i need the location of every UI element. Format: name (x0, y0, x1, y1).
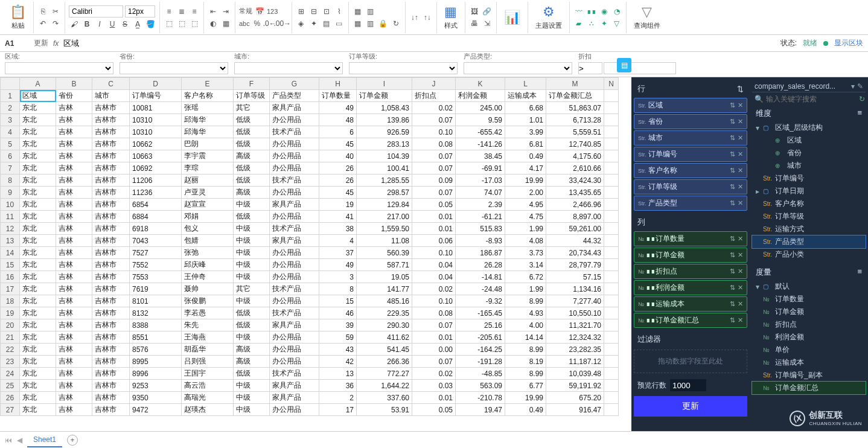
cell[interactable]: 563.09 (456, 380, 505, 392)
col-header[interactable]: I (357, 78, 412, 90)
cell[interactable]: 办公用品 (270, 344, 319, 356)
cell[interactable]: 家具产品 (270, 235, 319, 247)
indent-inc-icon[interactable]: ⇥ (220, 6, 231, 17)
brush-icon[interactable]: 🖌 (69, 19, 80, 30)
row-pill[interactable]: Str. 订单等级⇅✕ (634, 179, 747, 194)
cell[interactable]: 低级 (234, 138, 270, 150)
insert-row-icon[interactable]: ▦ (353, 6, 363, 17)
measure-item[interactable]: №运输成本 (752, 356, 866, 369)
cell[interactable]: 吉林市 (92, 187, 130, 199)
cell[interactable]: 49 (319, 259, 357, 271)
font-color-icon[interactable]: A̲ (132, 19, 143, 30)
cell[interactable]: 1,285.55 (357, 174, 412, 187)
cell[interactable]: 办公用品 (270, 295, 319, 307)
cell[interactable]: 139.86 (357, 114, 412, 126)
cell[interactable]: 李若愚 (182, 307, 234, 319)
lock-icon[interactable]: 🔒 (378, 18, 389, 29)
cell[interactable]: 吉林 (56, 174, 92, 187)
dim-item[interactable]: Str.产品小类 (752, 248, 866, 261)
cell[interactable] (604, 114, 619, 126)
cell[interactable]: 吉林市 (92, 392, 130, 404)
cell[interactable]: 王海燕 (182, 331, 234, 344)
row-header[interactable]: 18 (1, 295, 20, 307)
cell[interactable]: 低级 (234, 307, 270, 319)
cell[interactable]: 337.60 (357, 392, 412, 404)
cell[interactable]: 吉林 (56, 344, 92, 356)
cell[interactable]: 张俊鹏 (182, 295, 234, 307)
cell[interactable]: 6,713.28 (546, 114, 604, 126)
cell[interactable]: 吉林市 (92, 199, 130, 211)
cell[interactable]: 吉林市 (92, 162, 130, 174)
cell[interactable]: 20,734.43 (546, 247, 604, 259)
cell[interactable]: 中级 (234, 271, 270, 283)
merge-icon[interactable]: ⊞ (296, 6, 307, 17)
header-cell[interactable]: 订单等级 (234, 90, 270, 102)
sort-icon[interactable]: ⇅ (730, 235, 735, 243)
cell[interactable]: 59,261.00 (546, 223, 604, 235)
cell[interactable]: 4.08 (505, 235, 546, 247)
cell[interactable]: 38.45 (456, 150, 505, 162)
cell[interactable]: 吉林 (56, 380, 92, 392)
cell[interactable]: 办公用品 (270, 114, 319, 126)
row-header[interactable]: 6 (1, 150, 20, 162)
row-header[interactable]: 19 (1, 307, 20, 319)
nav-first-icon[interactable]: ⏮ (5, 436, 12, 444)
cell[interactable]: 7,277.40 (546, 295, 604, 307)
cell[interactable]: 36 (319, 380, 357, 392)
cell[interactable]: 邱庆峰 (182, 259, 234, 271)
chart-area-icon[interactable]: ▰ (573, 18, 584, 29)
indent-dec-icon[interactable]: ⇤ (208, 6, 219, 17)
cell[interactable]: 0.07 (412, 187, 456, 199)
row-header[interactable]: 3 (1, 114, 20, 126)
cell[interactable]: 0.00 (412, 344, 456, 356)
cell[interactable]: 33,424.30 (546, 174, 604, 187)
cell[interactable]: 吉林 (56, 114, 92, 126)
edit-icon[interactable]: ✎ (857, 82, 863, 91)
cell[interactable]: 4,175.60 (546, 150, 604, 162)
cell[interactable] (604, 344, 619, 356)
cell[interactable]: 13,435.65 (546, 187, 604, 199)
cell[interactable]: 吉林市 (92, 295, 130, 307)
row-pill[interactable]: Str. 城市⇅✕ (634, 130, 747, 146)
cell[interactable]: 7527 (130, 247, 182, 259)
cell[interactable]: 11.08 (357, 235, 412, 247)
copy-icon[interactable]: ⎘ (37, 6, 48, 17)
cell[interactable] (604, 283, 619, 295)
cell[interactable]: 59 (319, 331, 357, 344)
chart-line-icon[interactable]: 〰 (573, 6, 584, 17)
col-pill[interactable]: № ∎∎订单数量⇅✕ (634, 231, 747, 246)
cell[interactable]: 10,039.48 (546, 368, 604, 380)
cell[interactable]: 吉林 (56, 199, 92, 211)
cell[interactable]: 19.05 (357, 271, 412, 283)
remove-icon[interactable]: ✕ (738, 251, 743, 259)
row-header[interactable]: 13 (1, 235, 20, 247)
cell[interactable]: 东北 (20, 235, 56, 247)
cell[interactable]: 25.16 (456, 319, 505, 331)
cell[interactable]: 772.27 (357, 368, 412, 380)
cell[interactable]: 3.73 (505, 247, 546, 259)
dim-item[interactable]: Str.订单编号 (752, 172, 866, 185)
cell[interactable]: 技术产品 (270, 283, 319, 295)
cell[interactable]: 6.77 (505, 380, 546, 392)
cell[interactable]: 东北 (20, 283, 56, 295)
cell[interactable]: 邱海华 (182, 114, 234, 126)
update-button[interactable]: 更新 (634, 396, 747, 417)
cell[interactable]: 办公用品 (270, 187, 319, 199)
cell[interactable]: 283.13 (357, 138, 412, 150)
cell[interactable]: 10662 (130, 138, 182, 150)
cell[interactable] (604, 356, 619, 368)
cell[interactable]: 3 (319, 271, 357, 283)
measure-item[interactable]: Str.订单编号_副本 (752, 369, 866, 382)
cell[interactable]: 吉林 (56, 102, 92, 114)
cell[interactable]: 4.17 (505, 162, 546, 174)
cell[interactable]: 0.07 (412, 319, 456, 331)
sort-icon[interactable]: ⇅ (730, 183, 735, 191)
menu-icon[interactable]: ≡ (857, 267, 862, 278)
cell[interactable] (604, 211, 619, 223)
col-header[interactable]: H (319, 78, 357, 90)
cell[interactable]: 3.14 (505, 259, 546, 271)
cell[interactable]: 11206 (130, 174, 182, 187)
cell[interactable]: 0.04 (412, 259, 456, 271)
col-header[interactable]: N (604, 78, 619, 90)
cell[interactable] (604, 259, 619, 271)
